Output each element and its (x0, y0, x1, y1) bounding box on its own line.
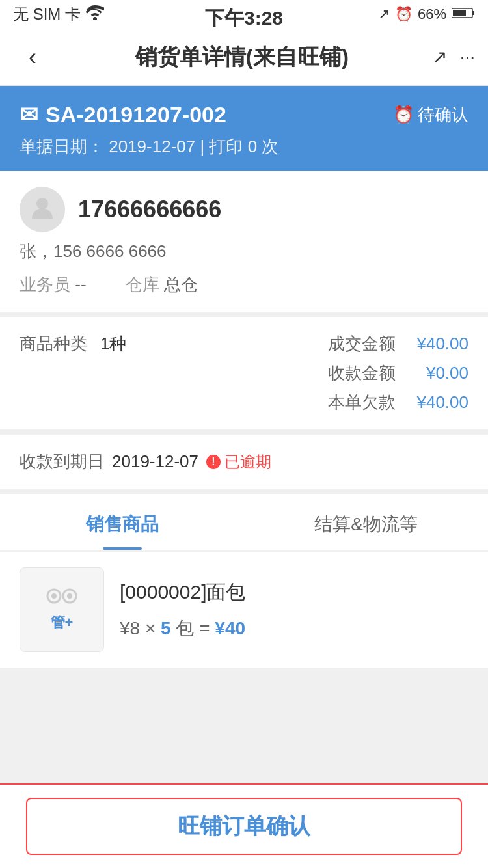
due-date-value: 2019-12-07 (112, 452, 198, 472)
owed-amount-row: 本单欠款 ¥40.00 (328, 391, 468, 414)
logo-plus: 管+ (51, 613, 74, 632)
customer-phone: 17666666666 (78, 196, 221, 223)
warehouse-label: 仓库 (126, 275, 159, 294)
sales-value-text: -- (75, 275, 86, 294)
order-date-row: 单据日期： 2019-12-07 | 打印 0 次 (20, 135, 468, 158)
multiply-sign: × (145, 618, 161, 638)
deal-amount-label: 成交金额 (328, 332, 396, 355)
order-envelope-icon: ✉ (20, 102, 38, 128)
status-text: 待确认 (418, 103, 468, 126)
svg-point-5 (51, 593, 57, 599)
wifi-icon (86, 5, 104, 23)
type-value: 1种 (100, 332, 126, 355)
order-id: ✉ SA-20191207-002 (20, 102, 226, 128)
avatar-icon (29, 194, 55, 225)
product-type: 商品种类 1种 (20, 332, 126, 355)
unit-text: 包 (176, 618, 194, 638)
owed-value: ¥40.00 (403, 392, 468, 413)
battery-icon (452, 6, 475, 23)
overdue-badge: ! 已逾期 (206, 452, 271, 472)
svg-rect-2 (453, 10, 466, 16)
order-date-label: 单据日期： (20, 137, 104, 156)
status-right: ↗ ⏰ 66% (378, 6, 475, 23)
bottom-area: 旺铺订单确认 (0, 783, 488, 868)
order-status: ⏰ 待确认 (393, 103, 468, 126)
received-value: ¥0.00 (403, 363, 468, 383)
nav-title: 销货单详情(来自旺铺) (52, 42, 432, 72)
product-price: ¥8 × 5 包 = ¥40 (120, 616, 468, 641)
warehouse: 仓库 总仓 (126, 273, 198, 296)
order-header: ✉ SA-20191207-002 ⏰ 待确认 单据日期： 2019-12-07… (0, 86, 488, 171)
deal-amount-row: 成交金额 ¥40.00 (328, 332, 468, 355)
sales-label: 业务员 (20, 275, 70, 294)
order-id-text: SA-20191207-002 (46, 102, 226, 128)
order-print-info: | 打印 0 次 (200, 137, 278, 156)
carrier-text: 无 SIM 卡 (13, 4, 81, 25)
order-date-value: 2019-12-07 (109, 137, 195, 156)
deal-amount-value: ¥40.00 (403, 334, 468, 354)
clock-icon: ⏰ (393, 105, 414, 125)
product-name: [0000002]面包 (120, 579, 468, 606)
svg-point-3 (36, 198, 48, 210)
confirm-order-button[interactable]: 旺铺订单确认 (26, 798, 462, 855)
tab-sales-products[interactable]: 销售商品 (0, 494, 244, 550)
share-icon[interactable]: ↗ (432, 46, 447, 68)
more-icon[interactable]: ··· (460, 47, 475, 68)
product-total: ¥40 (215, 618, 245, 638)
tabs-section: 销售商品 结算&物流等 (0, 494, 488, 550)
avatar (20, 187, 65, 232)
logo-eyes (45, 587, 79, 612)
due-section: 收款到期日 2019-12-07 ! 已逾期 (0, 435, 488, 494)
customer-section: 17666666666 张，156 6666 6666 业务员 -- 仓库 总仓 (0, 171, 488, 317)
product-section: 管+ [0000002]面包 ¥8 × 5 包 = ¥40 (0, 552, 488, 668)
received-amount-row: 收款金额 ¥0.00 (328, 362, 468, 385)
type-label: 商品种类 (20, 332, 87, 355)
status-left: 无 SIM 卡 (13, 4, 104, 25)
due-label: 收款到期日 (20, 450, 104, 473)
battery-text: 66% (418, 6, 446, 23)
product-info: [0000002]面包 ¥8 × 5 包 = ¥40 (120, 579, 468, 641)
overdue-text: 已逾期 (224, 452, 271, 472)
svg-point-7 (67, 593, 72, 599)
overdue-icon: ! (206, 455, 221, 469)
location-icon: ↗ (378, 6, 390, 23)
product-item: 管+ [0000002]面包 ¥8 × 5 包 = ¥40 (20, 567, 468, 652)
equals-sign: = (199, 618, 215, 638)
alarm-icon: ⏰ (395, 6, 413, 23)
tab-settlement[interactable]: 结算&物流等 (244, 494, 488, 550)
back-button[interactable]: ‹ (13, 44, 52, 71)
amount-summary: 成交金额 ¥40.00 收款金额 ¥0.00 本单欠款 ¥40.00 (328, 332, 468, 414)
product-logo: 管+ (45, 587, 79, 632)
price-unit: ¥8 (120, 618, 140, 638)
summary-section: 商品种类 1种 成交金额 ¥40.00 收款金额 ¥0.00 本单欠款 ¥40.… (0, 317, 488, 435)
nav-bar: ‹ 销货单详情(来自旺铺) ↗ ··· (0, 29, 488, 86)
tabs-row: 销售商品 结算&物流等 (0, 494, 488, 550)
status-time: 下午3:28 (205, 5, 283, 32)
nav-right-actions: ↗ ··· (432, 46, 475, 68)
customer-name: 张，156 6666 6666 (20, 240, 468, 263)
product-title: 面包 (206, 581, 245, 603)
product-quantity: 5 (161, 618, 171, 638)
owed-label: 本单欠款 (328, 391, 396, 414)
product-code: [0000002] (120, 581, 206, 603)
bottom-spacer (0, 668, 488, 765)
warehouse-value-text: 总仓 (164, 275, 198, 294)
received-label: 收款金额 (328, 362, 396, 385)
svg-rect-1 (472, 11, 474, 15)
status-bar: 无 SIM 卡 下午3:28 ↗ ⏰ 66% (0, 0, 488, 29)
sales-person: 业务员 -- (20, 273, 87, 296)
customer-meta: 业务员 -- 仓库 总仓 (20, 273, 468, 296)
product-image: 管+ (20, 567, 104, 652)
